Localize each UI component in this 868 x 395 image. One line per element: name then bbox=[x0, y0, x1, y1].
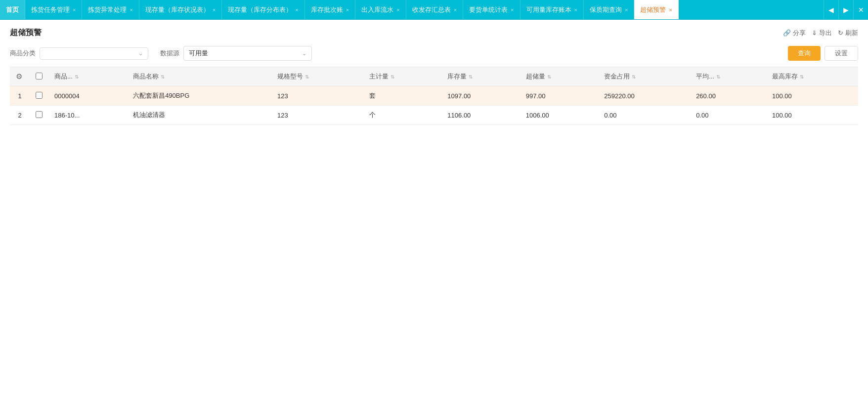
row-checkbox[interactable] bbox=[36, 92, 43, 99]
row-number: 1 bbox=[10, 86, 30, 106]
nav-tab-8[interactable]: 可用量库存账本× bbox=[521, 0, 584, 19]
page-content: 超储预警 🔗 分享 ⇓ 导出 ↻ 刷新 商品分类 ⌄ 数据源 bbox=[0, 20, 868, 395]
gear-icon: ⚙ bbox=[16, 72, 22, 80]
table-row: 1 0000004 六配套新昌490BPG 123 套 1097.00 997.… bbox=[10, 86, 858, 106]
page-header: 超储预警 🔗 分享 ⇓ 导出 ↻ 刷新 bbox=[10, 28, 858, 38]
category-select[interactable]: ⌄ bbox=[40, 47, 148, 60]
col-code[interactable]: 商品...⇅ bbox=[48, 67, 127, 86]
row-checkbox-cell[interactable] bbox=[30, 86, 48, 106]
table-checkbox-header[interactable] bbox=[30, 67, 48, 86]
nav-tab-1[interactable]: 拣货异常处理× bbox=[82, 0, 139, 19]
close-icon[interactable]: × bbox=[574, 7, 577, 13]
close-icon[interactable]: × bbox=[346, 7, 349, 13]
close-icon[interactable]: × bbox=[396, 7, 399, 13]
row-avg: 0.00 bbox=[690, 106, 766, 125]
datasource-label: 数据源 bbox=[160, 49, 179, 58]
close-icon[interactable]: × bbox=[130, 7, 132, 13]
datasource-select-value: 可用量 bbox=[189, 49, 208, 58]
nav-arrow-close[interactable]: ✕ bbox=[853, 0, 868, 19]
nav-arrows: ◀ ▶ ✕ bbox=[824, 0, 868, 19]
filter-bar: 商品分类 ⌄ 数据源 可用量 ⌄ 查询 设置 bbox=[10, 46, 858, 61]
refresh-button[interactable]: ↻ 刷新 bbox=[838, 29, 858, 38]
row-capital: 259220.00 bbox=[598, 86, 690, 106]
nav-tab-6[interactable]: 收发存汇总表× bbox=[406, 0, 463, 19]
row-max-stock: 100.00 bbox=[766, 106, 858, 125]
export-icon: ⇓ bbox=[812, 29, 817, 37]
select-all-checkbox[interactable] bbox=[36, 73, 43, 79]
row-name: 六配套新昌490BPG bbox=[127, 86, 271, 106]
nav-tab-2[interactable]: 现存量（库存状况表）× bbox=[139, 0, 222, 19]
table-header-row: ⚙ 商品...⇅ 商品名称⇅ 规格型号⇅ 主计量⇅ 库存量⇅ bbox=[10, 67, 858, 86]
col-spec[interactable]: 规格型号⇅ bbox=[271, 67, 363, 86]
row-avg: 260.00 bbox=[690, 86, 766, 106]
col-name[interactable]: 商品名称⇅ bbox=[127, 67, 271, 86]
nav-tab-0[interactable]: 拣货任务管理× bbox=[25, 0, 82, 19]
row-checkbox[interactable] bbox=[36, 111, 43, 118]
row-stock: 1097.00 bbox=[441, 86, 520, 106]
close-icon[interactable]: × bbox=[669, 7, 672, 13]
col-unit[interactable]: 主计量⇅ bbox=[363, 67, 441, 86]
row-spec: 123 bbox=[271, 86, 363, 106]
refresh-icon: ↻ bbox=[838, 29, 843, 37]
col-avg[interactable]: 平均...⇅ bbox=[690, 67, 766, 86]
table-row: 2 186-10... 机油滤清器 123 个 1106.00 1006.00 … bbox=[10, 106, 858, 125]
row-overstock: 997.00 bbox=[520, 86, 598, 106]
top-navigation: 首页 拣货任务管理×拣货异常处理×现存量（库存状况表）×现存量（库存分布表）×库… bbox=[0, 0, 868, 20]
close-icon[interactable]: × bbox=[454, 7, 457, 13]
close-icon[interactable]: × bbox=[625, 7, 628, 13]
share-icon: 🔗 bbox=[783, 29, 791, 37]
page-title: 超储预警 bbox=[10, 28, 42, 38]
chevron-down-icon: ⌄ bbox=[138, 50, 143, 57]
row-spec: 123 bbox=[271, 106, 363, 125]
row-max-stock: 100.00 bbox=[766, 86, 858, 106]
row-code: 0000004 bbox=[48, 86, 127, 106]
col-stock[interactable]: 库存量⇅ bbox=[441, 67, 520, 86]
row-unit: 套 bbox=[363, 86, 441, 106]
export-button[interactable]: ⇓ 导出 bbox=[812, 29, 832, 38]
nav-tab-4[interactable]: 库存批次账× bbox=[305, 0, 355, 19]
nav-tab-9[interactable]: 保质期查询× bbox=[584, 0, 634, 19]
data-table: ⚙ 商品...⇅ 商品名称⇅ 规格型号⇅ 主计量⇅ 库存量⇅ bbox=[10, 67, 858, 125]
close-icon[interactable]: × bbox=[213, 7, 216, 13]
row-checkbox-cell[interactable] bbox=[30, 106, 48, 125]
category-filter: 商品分类 ⌄ bbox=[10, 47, 148, 60]
nav-arrow-left[interactable]: ◀ bbox=[824, 0, 838, 19]
nav-tab-5[interactable]: 出入库流水× bbox=[355, 0, 406, 19]
row-number: 2 bbox=[10, 106, 30, 125]
query-button[interactable]: 查询 bbox=[788, 46, 821, 61]
share-button[interactable]: 🔗 分享 bbox=[783, 29, 806, 38]
row-unit: 个 bbox=[363, 106, 441, 125]
row-overstock: 1006.00 bbox=[520, 106, 598, 125]
close-icon[interactable]: × bbox=[511, 7, 514, 13]
header-actions: 🔗 分享 ⇓ 导出 ↻ 刷新 bbox=[783, 29, 858, 38]
table-settings-header[interactable]: ⚙ bbox=[10, 67, 30, 86]
chevron-down-icon-2: ⌄ bbox=[302, 50, 306, 57]
nav-tab-3[interactable]: 现存量（库存分布表）× bbox=[222, 0, 304, 19]
filter-actions: 查询 设置 bbox=[788, 46, 858, 61]
nav-tab-7[interactable]: 要货单统计表× bbox=[463, 0, 520, 19]
row-capital: 0.00 bbox=[598, 106, 690, 125]
close-icon[interactable]: × bbox=[295, 7, 298, 13]
nav-arrow-right[interactable]: ▶ bbox=[838, 0, 853, 19]
datasource-select[interactable]: 可用量 ⌄ bbox=[183, 46, 312, 61]
col-capital[interactable]: 资金占用⇅ bbox=[598, 67, 690, 86]
row-stock: 1106.00 bbox=[441, 106, 520, 125]
col-max-stock[interactable]: 最高库存⇅ bbox=[766, 67, 858, 86]
category-label: 商品分类 bbox=[10, 49, 36, 58]
nav-tab-10[interactable]: 超储预警× bbox=[634, 0, 678, 19]
nav-home[interactable]: 首页 bbox=[0, 0, 25, 19]
row-code: 186-10... bbox=[48, 106, 127, 125]
datasource-filter: 数据源 可用量 ⌄ bbox=[160, 46, 312, 61]
settings-button[interactable]: 设置 bbox=[825, 46, 858, 61]
close-icon[interactable]: × bbox=[73, 7, 76, 13]
col-overstock[interactable]: 超储量⇅ bbox=[520, 67, 598, 86]
row-name: 机油滤清器 bbox=[127, 106, 271, 125]
